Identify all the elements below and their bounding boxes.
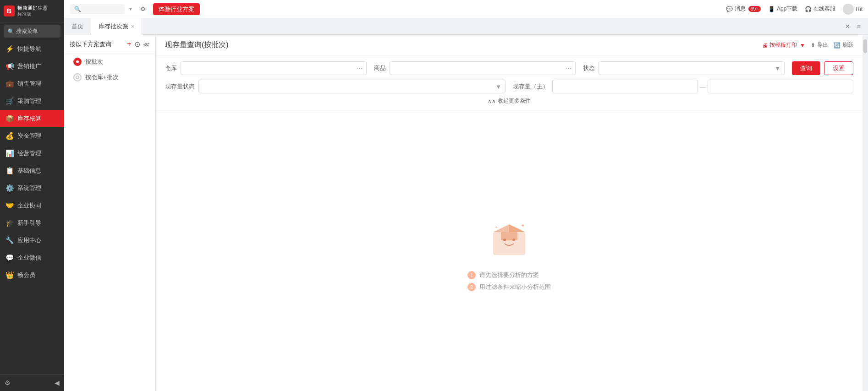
enterprise-label: 企业协同	[17, 201, 41, 210]
sidebar-search-label: 搜索菜单	[16, 27, 38, 35]
collapse-label: 收起更多条件	[498, 97, 531, 105]
collapse-more-btn[interactable]: ∧∧ 收起更多条件	[488, 97, 531, 105]
collapse-sidebar-btn[interactable]: ◀	[55, 379, 60, 386]
left-panel-header: 按以下方案查询 + ⊙ ≪	[64, 35, 155, 54]
print-dropdown-arrow[interactable]: ▼	[800, 42, 805, 49]
sidebar-item-membership[interactable]: 👑 畅会员	[0, 266, 64, 284]
tabbar-more-btn[interactable]: ≡	[857, 23, 861, 30]
sidebar-item-management[interactable]: 📊 经营管理	[0, 145, 64, 162]
warehouse-more-btn[interactable]: ···	[357, 64, 363, 72]
refresh-label: 刷新	[842, 41, 853, 49]
warehouse-input[interactable]: ···	[181, 61, 367, 75]
sidebar-item-purchase[interactable]: 🛒 采购管理	[0, 92, 64, 110]
export-btn[interactable]: ⬆ 导出	[811, 41, 828, 49]
finance-icon: 💰	[5, 132, 14, 140]
app-subtitle: 标准版	[17, 11, 48, 17]
tab-home[interactable]: 首页	[64, 18, 91, 35]
topbar-right: 💬 消息 99+ 📱 App下载 🎧 在线客服 Rit	[726, 4, 863, 15]
app-info: 畅康通好生意 标准版	[17, 5, 48, 17]
tab-close-btn[interactable]: ×	[131, 23, 134, 30]
purchase-label: 采购管理	[17, 97, 41, 105]
sidebar-item-wechat[interactable]: 💬 企业微信	[0, 249, 64, 266]
sidebar-item-finance[interactable]: 💰 资金管理	[0, 127, 64, 145]
scrollbar-thumb[interactable]	[863, 39, 867, 53]
sidebar-item-sales[interactable]: 💼 销售管理	[0, 75, 64, 92]
sidebar-item-quick-nav[interactable]: ⚡ 快捷导航	[0, 40, 64, 58]
marketing-label: 营销推广	[17, 62, 41, 71]
add-scheme-btn[interactable]: +	[126, 39, 132, 49]
topbar-search-box[interactable]: 🔍	[70, 4, 125, 14]
tabbar-close-btn[interactable]: ×	[846, 22, 850, 31]
marketing-icon: 📢	[5, 62, 14, 71]
messages-icon: 💬	[726, 6, 733, 12]
empty-illustration: ✦ ✦	[482, 207, 537, 262]
stock-status-select[interactable]: ▼	[198, 80, 505, 93]
stock-qty-range: —	[552, 80, 853, 93]
sales-label: 销售管理	[17, 80, 41, 88]
svg-rect-5	[501, 232, 517, 240]
topbar-gear-btn[interactable]: ⚙	[137, 3, 149, 16]
sidebar-item-enterprise[interactable]: 🤝 企业协同	[0, 197, 64, 214]
stock-status-label: 现存量状态	[165, 82, 195, 91]
left-panel: 按以下方案查询 + ⊙ ≪ 按批次	[64, 35, 156, 391]
quick-nav-icon: ⚡	[5, 45, 14, 53]
sidebar-item-basic-info[interactable]: 📋 基础信息	[0, 162, 64, 179]
panel-collapse-btn[interactable]: ≪	[143, 41, 150, 48]
inventory-icon: 📦	[5, 114, 14, 123]
sidebar-item-appstore[interactable]: 🔧 应用中心	[0, 232, 64, 249]
experience-btn[interactable]: 体验行业方案	[153, 3, 200, 15]
left-panel-title: 按以下方案查询	[70, 40, 111, 49]
scheme-item-batch[interactable]: 按批次	[64, 54, 155, 70]
messages-btn[interactable]: 💬 消息 99+	[726, 5, 761, 13]
status-select[interactable]: ▼	[599, 61, 785, 75]
messages-label: 消息	[735, 5, 746, 13]
wechat-icon: 💬	[5, 254, 14, 262]
basic-info-icon: 📋	[5, 167, 14, 175]
topbar-search-icon: 🔍	[74, 6, 81, 12]
print-icon: 🖨	[762, 42, 768, 49]
tip-text-1: 请先选择要分析的方案	[479, 271, 539, 279]
scheme-settings-btn[interactable]: ⊙	[134, 40, 140, 49]
scheme-item-warehouse-batch[interactable]: 按仓库+批次	[64, 70, 155, 85]
status-dropdown-icon: ▼	[775, 65, 780, 72]
finance-label: 资金管理	[17, 132, 41, 140]
scheme-batch-label: 按批次	[85, 58, 103, 66]
user-avatar-btn[interactable]: Rit	[843, 4, 863, 15]
stock-qty-max-input[interactable]	[708, 80, 853, 93]
collapse-up-icon: ∧∧	[488, 98, 496, 104]
online-service-btn[interactable]: 🎧 在线客服	[805, 5, 835, 13]
status-label: 状态	[583, 64, 595, 72]
svg-point-6	[503, 239, 506, 241]
app-download-btn[interactable]: 📱 App下载	[768, 5, 797, 13]
print-template-btn[interactable]: 🖨 按模板打印 ▼	[762, 41, 805, 49]
user-name: Rit	[856, 6, 863, 12]
user-avatar	[843, 4, 854, 15]
goods-label: 商品	[374, 64, 386, 72]
page-header: 现存量查询(按批次) 🖨 按模板打印 ▼ ⬆ 导出 🔄	[156, 35, 863, 56]
tab-inventory-batch[interactable]: 库存批次账 ×	[91, 18, 142, 35]
sidebar-item-marketing[interactable]: 📢 营销推广	[0, 58, 64, 75]
topbar-search-input[interactable]	[83, 6, 120, 12]
stock-status-dropdown-icon: ▼	[495, 83, 501, 90]
filter-status: 状态 ▼	[583, 61, 785, 75]
membership-icon: 👑	[5, 271, 14, 279]
sidebar-item-inventory[interactable]: 📦 库存核算	[0, 110, 64, 127]
sidebar-item-system[interactable]: ⚙️ 系统管理	[0, 179, 64, 197]
settings-footer-btn[interactable]: ⚙	[5, 379, 11, 386]
query-btn[interactable]: 查询	[792, 61, 820, 75]
goods-more-btn[interactable]: ···	[566, 64, 571, 72]
basic-info-label: 基础信息	[17, 167, 41, 175]
refresh-btn[interactable]: 🔄 刷新	[834, 41, 853, 49]
sidebar: B 畅康通好生意 标准版 🔍 搜索菜单 ⚡ 快捷导航 📢 营销推广 💼 销售管理	[0, 0, 64, 391]
messages-badge: 99+	[748, 6, 761, 12]
sidebar-search[interactable]: 🔍 搜索菜单	[4, 25, 60, 38]
content-area: 按以下方案查询 + ⊙ ≪ 按批次	[64, 35, 868, 391]
stock-qty-min-input[interactable]	[552, 80, 698, 93]
search-icon: 🔍	[7, 28, 14, 35]
topbar-dropdown-arrow[interactable]: ▼	[128, 6, 133, 11]
sidebar-item-guide[interactable]: 🎓 新手引导	[0, 214, 64, 232]
main-area: 🔍 ▼ ⚙ 体验行业方案 💬 消息 99+ 📱 App下载 🎧	[64, 0, 868, 391]
guide-label: 新手引导	[17, 219, 41, 227]
setting-btn[interactable]: 设置	[824, 61, 853, 75]
goods-input[interactable]: ···	[390, 61, 576, 75]
